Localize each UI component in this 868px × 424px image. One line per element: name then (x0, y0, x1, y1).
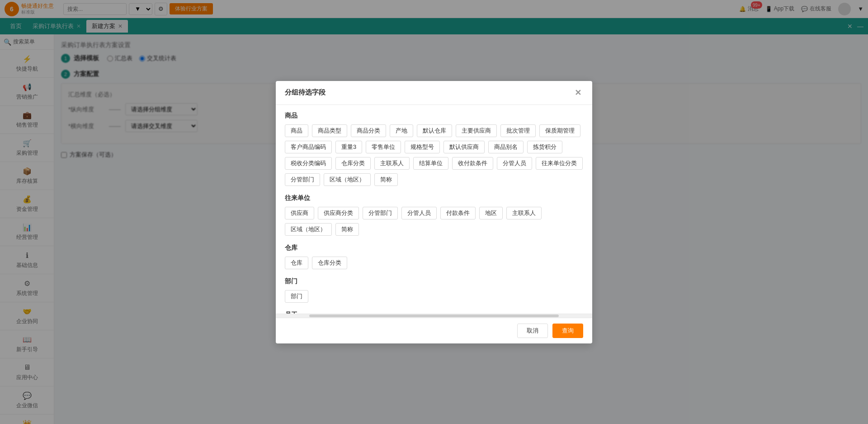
field-group-warehouse-title: 仓库 (285, 244, 583, 252)
field-tag-partner-4[interactable]: 分管人员 (401, 207, 437, 219)
field-tag-goods-13[interactable]: 默认供应商 (443, 141, 485, 153)
field-selection-modal: 分组待选字段 ✕ 商品 商品 商品类型 商品分类 产地 默认仓库 主要供应商 批… (276, 81, 592, 343)
modal-title: 分组待选字段 (285, 88, 326, 97)
field-tag-partner-5[interactable]: 付款条件 (440, 207, 476, 219)
modal-footer: 取消 查询 (276, 318, 592, 343)
field-tag-goods-14[interactable]: 商品别名 (488, 141, 524, 153)
field-tags-department: 部门 (285, 290, 583, 303)
field-tag-goods-23[interactable]: 分管部门 (285, 173, 320, 186)
field-group-department-title: 部门 (285, 277, 583, 286)
field-tag-partner-6[interactable]: 地区 (479, 207, 503, 219)
field-tag-goods-6[interactable]: 主要供应商 (456, 124, 497, 137)
field-tag-goods-18[interactable]: 主联系人 (374, 157, 410, 170)
field-group-goods-title: 商品 (285, 112, 583, 120)
field-tag-warehouse-2[interactable]: 仓库分类 (312, 257, 347, 269)
field-group-department: 部门 部门 (285, 277, 583, 303)
field-tag-warehouse-1[interactable]: 仓库 (285, 257, 308, 269)
confirm-button[interactable]: 查询 (552, 324, 583, 338)
field-tag-goods-19[interactable]: 结算单位 (413, 157, 448, 170)
modal-horizontal-scrollbar[interactable] (276, 314, 592, 318)
field-tag-goods-7[interactable]: 批次管理 (500, 124, 536, 137)
field-tag-goods-4[interactable]: 产地 (390, 124, 413, 137)
field-group-partner: 往来单位 供应商 供应商分类 分管部门 分管人员 付款条件 地区 主联系人 区域… (285, 194, 583, 236)
field-tag-goods-1[interactable]: 商品 (285, 124, 308, 137)
field-tag-partner-3[interactable]: 分管部门 (363, 207, 398, 219)
field-tag-goods-5[interactable]: 默认仓库 (417, 124, 452, 137)
field-tag-goods-16[interactable]: 税收分类编码 (285, 157, 332, 170)
field-tag-goods-8[interactable]: 保质期管理 (539, 124, 580, 137)
field-tag-goods-24[interactable]: 区域（地区） (324, 173, 371, 186)
cancel-button[interactable]: 取消 (517, 324, 548, 338)
field-tags-warehouse: 仓库 仓库分类 (285, 257, 583, 269)
field-tag-partner-9[interactable]: 简称 (335, 223, 359, 236)
modal-header: 分组待选字段 ✕ (276, 81, 592, 105)
modal-close-button[interactable]: ✕ (572, 87, 583, 98)
field-tag-goods-20[interactable]: 收付款条件 (452, 157, 493, 170)
field-group-goods: 商品 商品 商品类型 商品分类 产地 默认仓库 主要供应商 批次管理 保质期管理… (285, 112, 583, 186)
field-tag-goods-12[interactable]: 规格型号 (405, 141, 440, 153)
field-group-warehouse: 仓库 仓库 仓库分类 (285, 244, 583, 269)
field-tag-partner-2[interactable]: 供应商分类 (318, 207, 359, 219)
field-tag-goods-3[interactable]: 商品分类 (351, 124, 386, 137)
field-tag-goods-15[interactable]: 拣货积分 (527, 141, 562, 153)
field-tags-goods: 商品 商品类型 商品分类 产地 默认仓库 主要供应商 批次管理 保质期管理 客户… (285, 124, 583, 186)
modal-body[interactable]: 商品 商品 商品类型 商品分类 产地 默认仓库 主要供应商 批次管理 保质期管理… (276, 105, 592, 314)
field-tags-partner: 供应商 供应商分类 分管部门 分管人员 付款条件 地区 主联系人 区域（地区） … (285, 207, 583, 236)
field-tag-goods-11[interactable]: 零售单位 (366, 141, 401, 153)
field-tag-partner-8[interactable]: 区域（地区） (285, 223, 332, 236)
field-group-partner-title: 往来单位 (285, 194, 583, 202)
field-tag-goods-21[interactable]: 分管人员 (497, 157, 532, 170)
field-tag-goods-10[interactable]: 重量3 (335, 141, 362, 153)
modal-overlay: 分组待选字段 ✕ 商品 商品 商品类型 商品分类 产地 默认仓库 主要供应商 批… (0, 0, 868, 424)
field-tag-partner-1[interactable]: 供应商 (285, 207, 314, 219)
field-tag-partner-7[interactable]: 主联系人 (506, 207, 542, 219)
field-tag-goods-25[interactable]: 简称 (374, 173, 398, 186)
field-tag-department-1[interactable]: 部门 (285, 290, 308, 303)
field-tag-goods-17[interactable]: 仓库分类 (335, 157, 371, 170)
field-tag-goods-2[interactable]: 商品类型 (312, 124, 347, 137)
field-tag-goods-9[interactable]: 客户商品编码 (285, 141, 332, 153)
field-tag-goods-22[interactable]: 往来单位分类 (536, 157, 583, 170)
